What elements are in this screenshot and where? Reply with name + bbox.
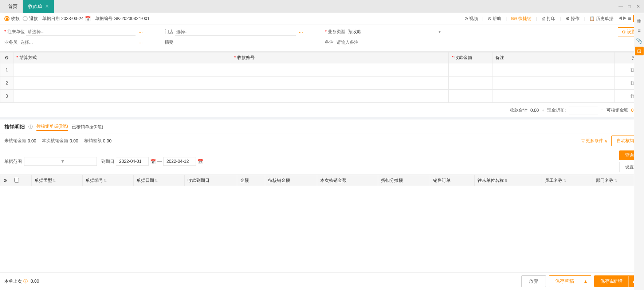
td-amount-2[interactable] xyxy=(449,77,492,90)
summary-label: 摘要 xyxy=(165,39,173,46)
sort-doc-date-icon[interactable]: ⇅ xyxy=(155,179,158,183)
cal-from-icon[interactable]: 📅 xyxy=(150,159,156,164)
stat-diff-value: 0.00 xyxy=(103,138,111,144)
td-settle-2[interactable] xyxy=(13,77,231,90)
tab-home[interactable]: 首页 xyxy=(3,0,23,13)
more-conditions-btn[interactable]: ▽ 更多条件 ∧ xyxy=(581,138,608,144)
sort-dept-icon[interactable]: ⇅ xyxy=(614,179,617,183)
sort-doc-type-icon[interactable]: ⇅ xyxy=(53,179,56,183)
tab-receipt-label: 收款单 xyxy=(28,3,42,10)
menu-icon[interactable]: ≡ xyxy=(628,15,631,22)
prev-info-icon[interactable]: ⓘ xyxy=(23,278,28,285)
sidebar-clip-icon[interactable]: 📎 xyxy=(635,36,644,45)
th-remark: 备注 xyxy=(492,52,615,63)
doc-date-label: 单据日期 xyxy=(42,16,60,22)
td-remark-2[interactable] xyxy=(492,77,615,90)
main-wrapper: 收款 退款 单据日期 2023-03-24 📅 单据编号 SK-20230324… xyxy=(0,13,644,290)
range-select[interactable]: ▼ xyxy=(24,157,97,166)
td-settle-3[interactable] xyxy=(13,90,231,103)
video-btn[interactable]: ⊙ 视频 xyxy=(464,16,478,22)
sidebar-scan-icon[interactable]: ⊡ xyxy=(635,47,644,55)
cal-to-icon[interactable]: 📅 xyxy=(197,159,203,164)
radio-group: 收款 退款 xyxy=(4,16,38,22)
sort-staff-icon[interactable]: ⇅ xyxy=(563,179,566,183)
abandon-button[interactable]: 放弃 xyxy=(521,275,546,287)
salesperson-label: 业务员 xyxy=(4,39,17,46)
stat-uncancelled: 未核销金额 0.00 xyxy=(4,138,36,144)
sidebar-list-icon[interactable]: ≡ xyxy=(635,26,644,35)
sort-counterpart-icon[interactable]: ⇅ xyxy=(504,179,507,183)
counterpart-input[interactable] xyxy=(26,28,136,36)
radio-refund-circle xyxy=(23,16,28,21)
th-due-date: 收款到期日 xyxy=(185,175,237,186)
chevron-up-icon: ∧ xyxy=(604,138,608,144)
right-sidebar: ▦ ≡ 📎 ⊡ xyxy=(634,13,644,290)
radio-receipt-circle xyxy=(4,16,9,21)
writeoff-title: 核销明细 xyxy=(4,124,25,130)
calendar-icon[interactable]: 📅 xyxy=(85,16,91,21)
tab-close-icon[interactable]: ✕ xyxy=(45,4,49,9)
td-settle-1[interactable] xyxy=(13,63,231,77)
help-btn[interactable]: ⊙ 帮助 xyxy=(488,16,501,22)
tab-receipt[interactable]: 收款单 ✕ xyxy=(23,0,54,13)
td-remark-3[interactable] xyxy=(492,90,615,103)
radio-refund[interactable]: 退款 xyxy=(23,16,38,22)
due-date-label: 到期日 xyxy=(101,158,114,165)
discount-input[interactable] xyxy=(569,106,598,114)
range-dropdown-icon: ▼ xyxy=(60,159,94,164)
th-checkbox-select[interactable] xyxy=(11,175,32,186)
nav-prev-icon[interactable]: ◀ xyxy=(619,15,622,22)
writeoff-table: ⚙ 单据类型⇅ 单据编号⇅ 单据日期⇅ xyxy=(0,175,644,186)
save-new-button[interactable]: 保存&新增 xyxy=(594,276,628,287)
date-from-input[interactable] xyxy=(116,157,149,166)
doc-no-group: 单据编号 SK-20230324-001 xyxy=(95,16,149,22)
table-settings-header[interactable]: ⚙ xyxy=(0,52,13,63)
th-account-no: 收款账号 xyxy=(231,52,449,63)
table-settings-icon-wo[interactable]: ⚙ xyxy=(3,178,7,183)
td-account-1[interactable] xyxy=(231,63,449,77)
writeoff-info-icon[interactable]: ⓘ xyxy=(28,124,33,130)
td-account-2[interactable] xyxy=(231,77,449,90)
form-area: 往来单位 ··· 门店 ··· 业务类型 预收款 ▼ ⚙ 设置 xyxy=(0,24,644,52)
th-current-amount: 本次核销金额 xyxy=(317,175,378,186)
maximize-button[interactable]: □ xyxy=(627,4,632,9)
td-amount-1[interactable] xyxy=(449,63,492,77)
th-amount-wo: 金额 xyxy=(237,175,265,186)
business-type-dropdown-icon[interactable]: ▼ xyxy=(438,30,441,34)
remark-input[interactable] xyxy=(335,39,471,46)
store-more-icon[interactable]: ··· xyxy=(299,29,303,35)
date-to-input[interactable] xyxy=(163,157,196,166)
history-btn[interactable]: 📋 历史单据 xyxy=(589,16,613,22)
salesperson-input[interactable] xyxy=(19,39,136,46)
store-input[interactable] xyxy=(175,28,296,36)
select-all-checkbox[interactable] xyxy=(14,178,19,183)
th-counterpart: 往来单位名称⇅ xyxy=(474,175,542,186)
remark-field: 备注 xyxy=(325,39,471,46)
save-draft-button[interactable]: 保存草稿 xyxy=(549,276,580,287)
auto-writeoff-label: 自动核销 xyxy=(617,138,634,143)
print-icon: 🖨 xyxy=(541,16,546,21)
sidebar-table-icon[interactable]: ▦ xyxy=(635,16,644,25)
minimize-button[interactable]: — xyxy=(618,4,624,9)
completed-tab[interactable]: 已核销单据(0笔) xyxy=(72,124,103,130)
nav-next-icon[interactable]: ▶ xyxy=(623,15,627,22)
td-amount-3[interactable] xyxy=(449,90,492,103)
th-discount: 折扣分摊额 xyxy=(378,175,430,186)
print-btn[interactable]: 🖨 打印 xyxy=(541,16,555,22)
bottom-actions: 放弃 保存草稿 ▲ 保存&新增 ▲ xyxy=(521,275,640,287)
radio-receipt[interactable]: 收款 xyxy=(4,16,20,22)
counterpart-more-icon[interactable]: ··· xyxy=(138,29,143,35)
close-button[interactable]: ✕ xyxy=(635,4,641,9)
td-account-3[interactable] xyxy=(231,90,449,103)
td-remark-1[interactable] xyxy=(492,63,615,77)
operation-btn[interactable]: ⚙ 操作 xyxy=(566,16,580,22)
summary-field: 摘要 xyxy=(165,39,303,46)
summary-input[interactable] xyxy=(175,39,303,46)
help-label: 帮助 xyxy=(492,16,501,22)
pending-tab[interactable]: 待核销单据(0笔) xyxy=(36,123,68,131)
sort-doc-no-icon[interactable]: ⇅ xyxy=(104,179,107,183)
salesperson-more-icon[interactable]: ··· xyxy=(138,40,143,46)
writeoff-section: 核销明细 ⓘ 待核销单据(0笔) 已核销单据(0笔) 未核销金额 0.00 本次… xyxy=(0,117,644,272)
shortcut-btn[interactable]: ⌨ 快捷键 xyxy=(511,16,531,22)
save-draft-arrow-button[interactable]: ▲ xyxy=(580,276,591,287)
